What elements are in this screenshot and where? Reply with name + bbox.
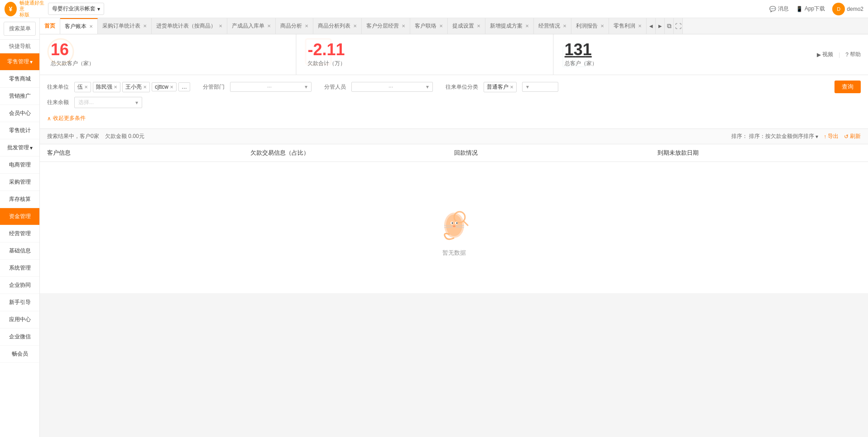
quick-nav-btn[interactable]: 快捷导航 — [0, 40, 39, 53]
query-btn[interactable]: 查询 — [834, 81, 861, 93]
sidebar-item-operations[interactable]: 经营管理 — [0, 225, 39, 242]
tab-inbound-stats[interactable]: 进货单统计表（按商品） ✕ — [152, 18, 227, 34]
user-menu[interactable]: D demo2 — [832, 3, 863, 15]
tab-close-inbound[interactable]: ✕ — [219, 24, 222, 28]
sidebar-item-system[interactable]: 系统管理 — [0, 260, 39, 277]
sidebar: 搜索菜单 快捷导航 零售管理 ▾ 零售商城 营销推广 会员中心 零售统计 批发管… — [0, 18, 40, 437]
top-bar-right: 💬 消息 📱 App下载 D demo2 — [769, 3, 863, 15]
svg-line-9 — [464, 221, 468, 225]
help-link[interactable]: ? 帮助 — [845, 51, 861, 58]
refresh-btn[interactable]: ↺ 刷新 — [844, 133, 861, 140]
tab-close-customer-connect[interactable]: ✕ — [439, 24, 443, 28]
category-select[interactable]: ▾ — [522, 82, 558, 92]
stats-bar: ¥ 16 总欠款客户（家） ✦ — [40, 34, 868, 75]
tab-new-promote[interactable]: 新增提成方案 ✕ — [485, 18, 534, 34]
message-icon: 💬 — [769, 6, 776, 12]
tab-window-icon[interactable]: ⧉ — [665, 18, 674, 34]
sidebar-item-retail[interactable]: 零售管理 ▾ — [0, 53, 39, 71]
tab-nav-left[interactable]: ◀ — [647, 18, 656, 34]
remove-unit-wu[interactable]: ✕ — [84, 85, 88, 90]
tab-close-biz-status[interactable]: ✕ — [563, 24, 566, 28]
sidebar-item-label: 资金管理 — [9, 213, 31, 219]
remove-unit-chen[interactable]: ✕ — [114, 85, 117, 90]
sidebar-item-vip[interactable]: 畅会员 — [0, 346, 39, 363]
person-select[interactable]: ··· ▾ — [351, 82, 433, 92]
sidebar-item-purchase[interactable]: 采购管理 — [0, 174, 39, 191]
category-tags: 普通客户 ✕ — [484, 82, 517, 92]
sort-dropdown[interactable]: 排序： 排序：按欠款金额倒序排序 ▾ — [731, 133, 818, 140]
unit-tag-cjttcw: cjttcw ✕ — [152, 82, 177, 91]
sidebar-item-appstore[interactable]: 应用中心 — [0, 311, 39, 328]
stat-bg-icon-1: ¥ — [47, 38, 74, 65]
sidebar-item-inventory[interactable]: 库存核算 — [0, 191, 39, 208]
collapse-filter-btn[interactable]: ∧ 收起更多条件 — [47, 112, 861, 123]
sidebar-item-ecommerce[interactable]: 电商管理 — [0, 157, 39, 174]
app-download-btn[interactable]: 📱 App下载 — [796, 5, 825, 13]
svg-rect-4 — [563, 47, 573, 66]
biz-status-tab-label: 经营情况 — [538, 22, 560, 30]
chevron-icon: ▾ — [30, 145, 33, 151]
tab-profit-report[interactable]: 利润报告 ✕ — [571, 18, 609, 34]
tab-close-new-promote[interactable]: ✕ — [525, 24, 529, 28]
export-btn[interactable]: ↑ 导出 — [824, 133, 839, 140]
remove-category-normal[interactable]: ✕ — [510, 85, 513, 90]
sort-chevron-icon: ▾ — [815, 133, 818, 140]
tab-close-purchase[interactable]: ✕ — [143, 24, 147, 28]
chevron-down-icon: ▾ — [97, 6, 100, 12]
tab-nav-right[interactable]: ▶ — [656, 18, 665, 34]
tab-customer-connect[interactable]: 客户联络 ✕ — [410, 18, 448, 34]
tab-product-inbound[interactable]: 产成品入库单 ✕ — [227, 18, 276, 34]
sidebar-item-label: 电商管理 — [9, 162, 31, 168]
tab-product-analysis-list[interactable]: 商品分析列表 ✕ — [313, 18, 362, 34]
tab-close-promote[interactable]: ✕ — [477, 24, 480, 28]
sidebar-item-label: 经营管理 — [9, 230, 31, 237]
message-btn[interactable]: 💬 消息 — [769, 5, 789, 13]
sidebar-item-enterprise[interactable]: 企业协同 — [0, 277, 39, 294]
sidebar-item-members[interactable]: 会员中心 — [0, 105, 39, 122]
tab-customer-tier[interactable]: 客户分层经营 ✕ — [362, 18, 410, 34]
tab-promote-settings[interactable]: 提成设置 ✕ — [448, 18, 485, 34]
sidebar-item-wecom[interactable]: 企业微信 — [0, 328, 39, 346]
page-content: ¥ 16 总欠款客户（家） ✦ — [40, 34, 868, 437]
tab-retail-profit[interactable]: 零售利润 ✕ — [609, 18, 647, 34]
sidebar-item-marketing[interactable]: 营销推广 — [0, 88, 39, 105]
tab-close-product-analysis-list[interactable]: ✕ — [353, 24, 357, 28]
balance-filter-label: 往来余额 — [47, 99, 69, 106]
tab-close-profit-report[interactable]: ✕ — [600, 24, 604, 28]
more-units-btn[interactable]: … — [178, 82, 190, 91]
sidebar-item-retail-stats[interactable]: 零售统计 — [0, 122, 39, 139]
video-link[interactable]: ▶ 视频 — [817, 51, 833, 58]
dept-select[interactable]: ··· ▾ — [230, 82, 312, 92]
remove-unit-cjttcw[interactable]: ✕ — [170, 85, 173, 90]
tab-close-product-analysis[interactable]: ✕ — [305, 24, 308, 28]
tab-close-customer-tier[interactable]: ✕ — [402, 24, 405, 28]
tab-close-retail-profit[interactable]: ✕ — [638, 24, 642, 28]
remove-unit-wang[interactable]: ✕ — [143, 85, 147, 90]
tab-fullscreen-icon[interactable]: ⛶ — [674, 18, 683, 34]
dept-select-more: ··· — [267, 84, 272, 90]
tab-product-analysis[interactable]: 商品分析 ✕ — [276, 18, 313, 34]
sidebar-item-retail-mall[interactable]: 零售商城 — [0, 71, 39, 88]
tab-biz-status[interactable]: 经营情况 ✕ — [534, 18, 571, 34]
sidebar-item-finance[interactable]: 资金管理 — [0, 208, 39, 225]
balance-select[interactable]: 选择... ▾ — [74, 97, 142, 108]
tab-home[interactable]: 首页 — [40, 18, 60, 34]
col-due-date: 到期未放款日期 — [657, 149, 861, 157]
search-menu-btn[interactable]: 搜索菜单 — [4, 22, 36, 36]
sidebar-item-label: 零售统计 — [9, 127, 31, 133]
tab-purchase-order[interactable]: 采购订单统计表 ✕ — [98, 18, 152, 34]
tab-bar: 首页 客户账本 ✕ 采购订单统计表 ✕ 进货单统计表（按商品） ✕ 产成品入库单… — [40, 18, 868, 34]
sidebar-item-newbie[interactable]: 新手引导 — [0, 294, 39, 311]
tab-close-customers[interactable]: ✕ — [89, 24, 93, 29]
customer-tier-tab-label: 客户分层经营 — [366, 22, 399, 30]
sidebar-item-batch[interactable]: 批发管理 ▾ — [0, 139, 39, 157]
tab-close-product-inbound[interactable]: ✕ — [267, 24, 271, 28]
svg-point-13 — [456, 223, 457, 224]
empty-text: 暂无数据 — [442, 249, 466, 257]
tab-customers[interactable]: 客户账本 ✕ — [60, 18, 98, 34]
stat-debt-customers: ¥ 16 总欠款客户（家） — [40, 34, 296, 75]
sidebar-item-basics[interactable]: 基础信息 — [0, 242, 39, 260]
new-promote-tab-label: 新增提成方案 — [490, 22, 523, 30]
sidebar-item-label: 基础信息 — [9, 247, 31, 254]
workspace-selector[interactable]: 母婴行业演示帐套 ▾ — [48, 3, 104, 15]
